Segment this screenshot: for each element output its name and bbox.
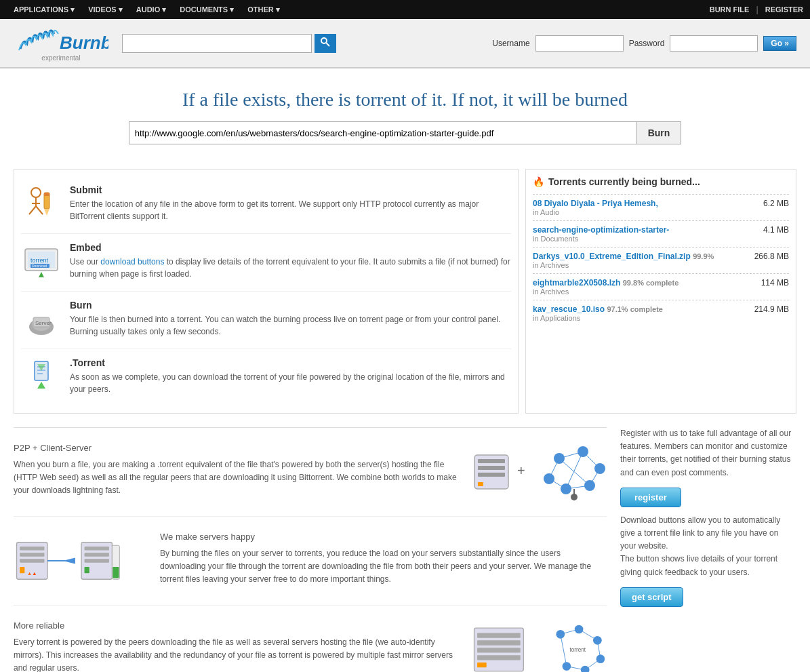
password-input[interactable] xyxy=(670,35,758,52)
step-burn-content: Burn Your file is then burned into a tor… xyxy=(70,300,511,338)
svg-rect-28 xyxy=(478,459,505,463)
svg-line-43 xyxy=(549,479,566,489)
torrent-size-0: 6.2 MB xyxy=(763,199,789,208)
svg-line-45 xyxy=(559,458,590,486)
svg-rect-53 xyxy=(20,567,24,573)
hero-headline: If a file exists, there is torrent of it… xyxy=(14,89,796,111)
torrent-name-3[interactable]: eightmarble2X0508.lzh 99.8% complete xyxy=(533,278,756,288)
header-search-button[interactable] xyxy=(315,34,336,53)
svg-rect-66 xyxy=(477,633,521,637)
svg-rect-31 xyxy=(478,482,483,486)
torrent-progress-3: 99.8% complete xyxy=(623,279,679,287)
step-burn-icon: Server xyxy=(21,300,62,340)
svg-line-78 xyxy=(579,629,597,640)
feature-reliable: More reliable Every torrent is powered b… xyxy=(14,606,607,672)
register-button[interactable]: register xyxy=(620,488,681,507)
step-burn: Server Burn Your file is then burned int… xyxy=(21,292,511,349)
steps-panel: Submit Enter the location of any file in… xyxy=(14,169,519,414)
torrent-name-4[interactable]: kav_rescue_10.iso 97.1% complete xyxy=(533,304,749,314)
svg-text:Server: Server xyxy=(35,320,52,326)
nav-other[interactable]: OTHER ▾ xyxy=(241,0,287,19)
site-header: Burnbit experimental Username Password G… xyxy=(0,19,810,68)
svg-line-5 xyxy=(29,206,36,214)
step-burn-title: Burn xyxy=(70,300,511,311)
logo-image: Burnbit xyxy=(14,24,108,57)
feature-reliable-image: torrent xyxy=(471,619,607,672)
features-section: P2P + Client-Server When you burn a file… xyxy=(14,427,607,672)
site-logo: Burnbit experimental xyxy=(14,24,108,62)
nav-applications[interactable]: APPLICATIONS ▾ xyxy=(7,0,81,19)
step-submit-content: Submit Enter the location of any file in… xyxy=(70,184,511,222)
download-buttons-link[interactable]: download buttons xyxy=(100,257,164,266)
feature-servers-image: ▲ ▲ xyxy=(14,530,149,591)
svg-rect-30 xyxy=(478,473,505,477)
torrent-progress-2: 99.9% xyxy=(693,252,714,260)
feature-servers-desc: By burning the files on your server to t… xyxy=(160,547,607,587)
step-burn-desc: Your file is then burned into a torrent.… xyxy=(70,313,511,338)
feature-reliable-title: More reliable xyxy=(14,619,460,631)
torrent-name-1[interactable]: search-engine-optimization-starter- xyxy=(533,225,758,235)
flame-icon: 🔥 xyxy=(533,176,544,187)
username-input[interactable] xyxy=(535,35,624,52)
torrent-name-0[interactable]: 08 Diyalo Diyala - Priya Hemesh, xyxy=(533,199,758,208)
get-script-button[interactable]: get script xyxy=(620,587,683,607)
step-embed-icon: torrent Download xyxy=(21,242,62,283)
torrent-item-3: eightmarble2X0508.lzh 99.8% complete in … xyxy=(533,273,789,300)
torrent-item-2: Darkys_v10.0_Extreme_Edition_Final.zip 9… xyxy=(533,247,789,273)
svg-point-3 xyxy=(31,188,41,197)
login-area: Username Password Go » xyxy=(492,35,796,52)
register-link[interactable]: REGISTER xyxy=(765,5,803,14)
svg-line-44 xyxy=(549,458,559,479)
password-label: Password xyxy=(629,39,665,48)
top-navigation: APPLICATIONS ▾ VIDEOS ▾ AUDIO ▾ DOCUMENT… xyxy=(0,0,810,19)
svg-line-82 xyxy=(561,634,567,666)
step-submit-title: Submit xyxy=(70,184,511,195)
step-torrent-icon xyxy=(21,357,62,398)
svg-line-40 xyxy=(583,452,600,469)
feature-servers-text: We make servers happy By burning the fil… xyxy=(160,530,607,587)
nav-documents[interactable]: DOCUMENTS ▾ xyxy=(173,0,241,19)
step-submit-desc: Enter the location of any file in the ab… xyxy=(70,198,511,222)
bottom-content: P2P + Client-Server When you burn a file… xyxy=(0,414,810,672)
hero-section: If a file exists, there is torrent of it… xyxy=(0,68,810,169)
burn-file-link[interactable]: BURN FILE xyxy=(710,5,750,14)
svg-rect-64 xyxy=(113,567,119,578)
svg-line-80 xyxy=(585,659,601,670)
feature-p2p-desc: When you burn a file, you are making a .… xyxy=(14,458,460,498)
torrent-cat-2: in Archives xyxy=(533,261,749,269)
feature-p2p-title: P2P + Client-Server xyxy=(14,441,460,453)
burn-url-input[interactable] xyxy=(129,121,637,144)
torrent-panel: 🔥 Torrents currently being burned... 08 … xyxy=(525,169,796,414)
step-embed-title: Embed xyxy=(70,242,511,253)
burn-button[interactable]: Burn xyxy=(637,121,682,144)
torrent-cat-3: in Archives xyxy=(533,288,756,296)
feature-servers: ▲ ▲ We make serv xyxy=(14,517,607,606)
svg-rect-69 xyxy=(477,655,521,660)
feature-p2p: P2P + Client-Server When you burn a file… xyxy=(14,428,607,517)
svg-rect-60 xyxy=(85,553,109,556)
feature-servers-title: We make servers happy xyxy=(160,530,607,542)
svg-rect-70 xyxy=(477,663,487,667)
svg-marker-16 xyxy=(39,272,44,277)
step-embed-content: Embed Use our download buttons to displa… xyxy=(70,242,511,280)
svg-rect-68 xyxy=(477,648,521,652)
nav-audio[interactable]: AUDIO ▾ xyxy=(129,0,174,19)
torrent-cat-1: in Documents xyxy=(533,235,758,243)
header-search-input[interactable] xyxy=(122,34,312,53)
svg-line-46 xyxy=(566,452,583,489)
nav-videos[interactable]: VIDEOS ▾ xyxy=(81,0,129,19)
nav-right-links: BURN FILE | REGISTER xyxy=(710,5,803,14)
svg-point-1 xyxy=(321,38,327,43)
svg-text:Download: Download xyxy=(32,264,47,268)
torrent-size-4: 214.9 MB xyxy=(754,304,789,314)
feature-p2p-image: + xyxy=(471,441,607,502)
svg-text:▲: ▲ xyxy=(32,570,37,576)
step-submit-icon xyxy=(21,184,62,225)
main-content: Submit Enter the location of any file in… xyxy=(0,169,810,414)
svg-line-41 xyxy=(590,469,600,486)
svg-rect-29 xyxy=(478,466,505,470)
torrent-name-2[interactable]: Darkys_v10.0_Extreme_Edition_Final.zip 9… xyxy=(533,252,749,261)
torrent-item-4: kav_rescue_10.iso 97.1% complete in Appl… xyxy=(533,300,789,326)
login-button[interactable]: Go » xyxy=(763,36,796,51)
svg-line-6 xyxy=(36,206,43,214)
